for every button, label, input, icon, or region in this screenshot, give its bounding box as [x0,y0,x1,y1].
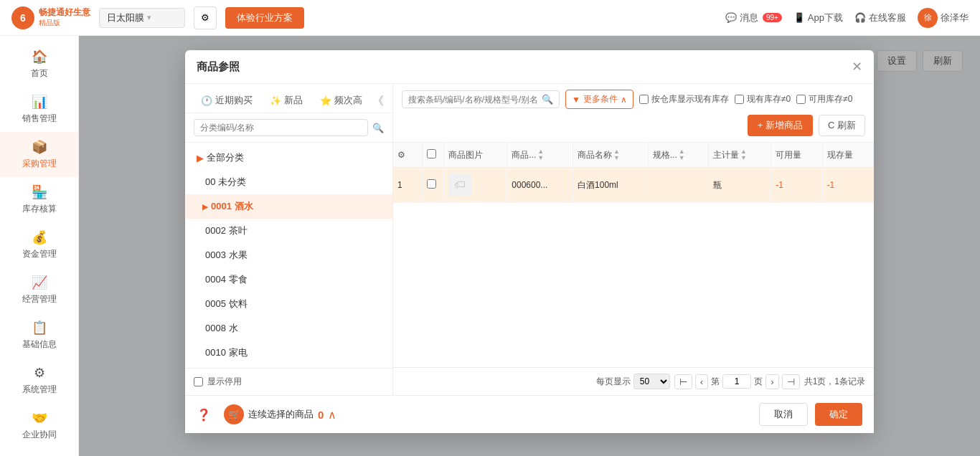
app-icon: 📱 [793,12,805,23]
tab-frequent-label: 频次高 [334,94,362,107]
category-item-appliance[interactable]: 0010 家电 [185,341,392,365]
category-label-water: 0008 水 [205,322,238,335]
th-stock: 现存量 [822,143,873,168]
page-number-input[interactable] [722,374,751,389]
purchase-icon: 📦 [32,139,47,155]
refresh-button[interactable]: C 刷新 [819,115,865,136]
tab-recent-label: 近期购买 [215,94,253,107]
filter-label: 更多条件 [583,93,618,105]
headset-icon: 🎧 [854,12,866,23]
table-row[interactable]: 1 🏷 000600... 白酒100ml [393,168,874,203]
last-page-button[interactable]: ⊣ [782,374,800,389]
online-service-item[interactable]: 🎧 在线客服 [854,11,906,24]
sidebar-label-finance: 资金管理 [22,248,57,260]
category-item-uncategorized[interactable]: 00 未分类 [185,170,392,194]
show-disabled-area: 显示停用 [185,368,392,395]
row-select-checkbox[interactable] [427,179,436,189]
name-sort-icon[interactable]: ▲▼ [613,148,620,161]
sidebar-label-inventory: 库存核算 [22,203,57,215]
tab-recent-purchase[interactable]: 🕐 近期购买 [194,90,260,113]
row-no: 1 [393,168,422,203]
category-item-beverage[interactable]: 0005 饮料 [185,292,392,316]
spec-sort-icon[interactable]: ▲▼ [679,148,685,161]
filter-icon: ▼ [572,95,580,105]
logo: 6 畅捷通好生意 精品版 [11,6,90,29]
sidebar-item-basic[interactable]: 📋 基础信息 [0,313,78,358]
checkbox-available-stock[interactable]: 可用库存≠0 [796,93,852,105]
sidebar-item-guide[interactable]: 📖 新手引导 [0,448,78,456]
checkbox-warehouse-stock[interactable]: 按仓库显示现有库存 [639,93,729,105]
row-unit: 瓶 [709,168,771,203]
modal-body: 🕐 近期购买 ✨ 新品 ⭐ 频次高 《 [185,84,874,395]
sidebar-label-system: 系统管理 [22,384,57,396]
filter-button[interactable]: ▼ 更多条件 ∧ [565,90,633,109]
current-stock-checkbox[interactable] [735,95,744,104]
sidebar-item-inventory[interactable]: 🏪 库存核算 [0,177,78,222]
sidebar-item-business[interactable]: 📈 经营管理 [0,267,78,313]
prev-page-button[interactable]: ‹ [695,374,708,389]
show-disabled-checkbox[interactable] [194,377,203,386]
logo-text: 畅捷通好生意 [39,7,90,19]
store-selector[interactable]: 日太阳膜 ▾ [99,8,185,28]
cart-icon: 🛒 [224,404,244,424]
code-sort-icon[interactable]: ▲▼ [537,148,544,161]
modal-footer: ❓ 🛒 连续选择的商品 0 ∧ 取消 确定 [185,395,874,433]
sidebar-item-home[interactable]: 🏠 首页 [0,42,78,87]
expand-liquor-icon: ▶ [202,203,208,211]
message-item[interactable]: 💬 消息 99+ [725,11,782,24]
tab-new-label: 新品 [284,94,303,107]
help-icon[interactable]: ❓ [197,408,211,422]
category-item-snack[interactable]: 0004 零食 [185,267,392,292]
app-label: App下载 [808,11,843,24]
modal-close-button[interactable]: ✕ [852,59,862,75]
category-item-liquor[interactable]: ▶ 0001 酒水 [185,194,392,219]
sidebar-item-sales[interactable]: 📊 销售管理 [0,87,78,132]
settings-column-icon[interactable]: ⚙ [397,150,405,160]
category-item-water[interactable]: 0008 水 [185,316,392,341]
product-search-input[interactable] [408,95,539,105]
unit-sort-icon[interactable]: ▲▼ [740,148,747,161]
page-suffix: 页 [754,376,763,388]
toolbar-right: + 新增商品 C 刷新 [748,115,865,136]
available-stock-checkbox[interactable] [796,95,806,104]
category-item-fruit[interactable]: 0003 水果 [185,243,392,267]
cart-area: 🛒 连续选择的商品 0 ∧ [224,404,336,424]
select-all-checkbox[interactable] [427,149,436,158]
category-item-tea[interactable]: 0002 茶叶 [185,219,392,243]
confirm-button[interactable]: 确定 [815,403,862,426]
sidebar-item-enterprise[interactable]: 🤝 企业协同 [0,403,78,448]
cart-count: 0 [318,409,324,421]
category-search-input[interactable] [194,119,368,136]
modal-header: 商品参照 ✕ [185,50,874,84]
th-spec: 规格... ▲▼ [648,143,708,168]
th-settings: ⚙ [393,143,422,168]
message-label: 消息 [740,11,758,24]
sidebar-item-purchase[interactable]: 📦 采购管理 [0,132,78,177]
category-search-icon[interactable]: 🔍 [372,123,384,133]
row-stock: -1 [822,168,873,203]
tab-frequent[interactable]: ⭐ 频次高 [313,90,369,113]
category-item-all[interactable]: ▶ 全部分类 [185,146,392,170]
gear-button[interactable]: ⚙ [194,6,217,29]
show-disabled-label: 显示停用 [207,376,242,388]
tab-new-products[interactable]: ✨ 新品 [263,90,310,113]
warehouse-stock-checkbox[interactable] [639,95,649,104]
user-area[interactable]: 徐 徐泽华 [918,8,969,28]
sidebar-item-finance[interactable]: 💰 资金管理 [0,222,78,267]
cart-collapse-icon[interactable]: ∧ [328,408,336,422]
app-download-item[interactable]: 📱 App下载 [793,11,843,24]
add-product-button[interactable]: + 新增商品 [748,115,813,136]
cancel-button[interactable]: 取消 [759,403,808,426]
first-page-button[interactable]: ⊢ [674,374,692,389]
panel-collapse-button[interactable]: 《 [372,94,384,109]
row-name: 白酒100ml [573,168,649,203]
experience-button[interactable]: 体验行业方案 [225,7,304,29]
per-page-select[interactable]: 50 100 200 [633,374,670,389]
checkbox-current-stock[interactable]: 现有库存≠0 [735,93,791,105]
search-icon[interactable]: 🔍 [542,94,553,105]
next-page-button[interactable]: › [765,374,778,389]
sidebar-item-system[interactable]: ⚙ 系统管理 [0,358,78,403]
expand-arrow-icon: ▶ [197,153,204,163]
enterprise-icon: 🤝 [32,410,47,426]
system-icon: ⚙ [34,365,45,381]
